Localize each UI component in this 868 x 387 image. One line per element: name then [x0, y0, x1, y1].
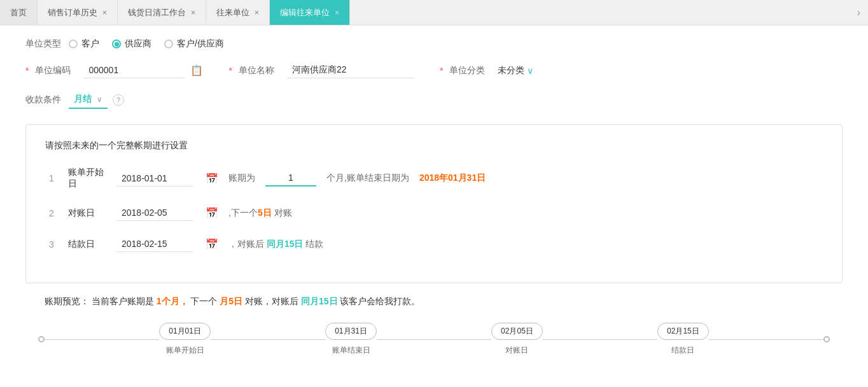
unit-category-group: * 单位分类 未分类 ∨: [440, 65, 533, 76]
fields-row: * 单位编码 📋 * 单位名称 * 单位分类 未分类 ∨: [25, 62, 843, 78]
period-desc-row3: ，对账后 同月15日 结款: [228, 239, 323, 250]
period-row-1: 1 账单开始日 📅 账期为 个月,账单结束日期为 2018年01月31日: [45, 167, 823, 190]
timeline-label-1: 账单开始日: [166, 345, 204, 356]
unit-name-group: * 单位名称: [228, 62, 414, 78]
close-sales-history-tab[interactable]: ×: [102, 8, 107, 17]
period-date-input-1[interactable]: [116, 171, 193, 186]
timeline-pill-4: 02月15日: [657, 323, 709, 340]
period-label-2: 对账日: [68, 208, 106, 219]
unit-category-label: 单位分类: [449, 65, 485, 76]
preview-text-1: 当前客户账期是: [92, 296, 154, 306]
payment-terms-arrow-icon: ∨: [97, 95, 102, 104]
calendar-icon-1[interactable]: 📅: [206, 172, 218, 185]
timeline-node-4: 02月15日 结款日: [657, 323, 709, 356]
timeline-line-3: [377, 339, 491, 340]
tab-bar: 首页 销售订单历史 × 钱货日清工作台 × 往来单位 × 编辑往来单位 × ›: [0, 0, 868, 25]
tab-sales-history[interactable]: 销售订单历史 ×: [38, 0, 118, 25]
highlight-day-2: 5日: [258, 208, 272, 218]
preview-highlight-1: 1个月，: [157, 296, 188, 306]
preview-highlight-3: 同月15日: [301, 296, 338, 306]
unit-category-value: 未分类: [498, 65, 524, 76]
unit-name-required-star: *: [228, 66, 232, 76]
period-row-2: 2 对账日 📅 ,下一个5日 对账: [45, 205, 823, 221]
timeline-line-5: [709, 339, 823, 340]
timeline-label-3: 对账日: [505, 345, 528, 356]
timeline-line-1: [45, 339, 159, 340]
period-num-2: 2: [45, 208, 58, 218]
period-month-input[interactable]: [265, 170, 316, 186]
calendar-icon-3[interactable]: 📅: [206, 238, 218, 250]
close-counterparty-tab[interactable]: ×: [255, 8, 259, 17]
unit-name-input[interactable]: [287, 62, 414, 78]
timeline-pill-3: 02月05日: [491, 323, 543, 340]
timeline-node-2: 01月31日 账单结束日: [325, 323, 377, 356]
radio-circle-both: [164, 39, 173, 48]
copy-icon[interactable]: 📋: [190, 64, 203, 76]
help-icon[interactable]: ?: [113, 94, 124, 106]
radio-circle-supplier: [112, 39, 121, 48]
preview-text-4: 该客户会给我打款。: [340, 296, 420, 306]
timeline-section: 01月01日 账单开始日 01月31日 账单结束日 02月05日 对账日: [25, 323, 843, 379]
unit-code-group: * 单位编码 📋: [25, 62, 203, 78]
unit-code-label: 单位编码: [35, 65, 71, 76]
period-settings-title: 请按照未来的一个完整帐期进行设置: [45, 140, 823, 151]
tab-scroll-arrow[interactable]: ›: [850, 7, 868, 18]
timeline-label-2: 账单结束日: [332, 345, 370, 356]
preview-highlight-2: 月5日: [220, 296, 242, 306]
payment-terms-value: 月结: [74, 94, 92, 105]
period-num-1: 1: [45, 173, 58, 183]
timeline-pill-2: 01月31日: [325, 323, 377, 340]
payment-terms-row: 收款条件 月结 ∨ ?: [25, 91, 843, 109]
unit-code-required-star: *: [25, 66, 29, 76]
tab-counterparty[interactable]: 往来单位 ×: [206, 0, 270, 25]
payment-terms-select[interactable]: 月结 ∨: [69, 91, 108, 109]
main-content: 单位类型 客户 供应商 客户/供应商 * 单位编码 📋 * 单位名称: [0, 25, 868, 387]
timeline-label-4: 结款日: [671, 345, 694, 356]
period-highlight-date-1: 2018年01月31日: [419, 172, 486, 184]
timeline-node-3: 02月05日 对账日: [491, 323, 543, 356]
preview-label: 账期预览：: [45, 296, 89, 306]
radio-circle-customer: [69, 39, 78, 48]
tab-home[interactable]: 首页: [0, 0, 38, 25]
period-desc-suffix-1: 个月,账单结束日期为: [326, 172, 409, 184]
unit-type-label: 单位类型: [25, 38, 61, 50]
timeline-pill-1: 01月01日: [159, 323, 211, 340]
tab-edit-counterparty[interactable]: 编辑往来单位 ×: [270, 0, 350, 25]
highlight-day-3: 同月15日: [267, 239, 304, 249]
preview-text-2: 下一个: [190, 296, 217, 306]
unit-code-input[interactable]: [83, 62, 185, 78]
unit-category-dropdown[interactable]: 未分类 ∨: [498, 65, 533, 76]
dropdown-arrow-icon: ∨: [527, 66, 533, 76]
timeline-end-dot: [823, 336, 830, 342]
close-edit-counterparty-tab[interactable]: ×: [335, 8, 339, 17]
period-date-input-3[interactable]: [116, 236, 193, 252]
period-row-3: 3 结款日 📅 ，对账后 同月15日 结款: [45, 236, 823, 252]
radio-both[interactable]: 客户/供应商: [164, 38, 224, 50]
radio-customer[interactable]: 客户: [69, 38, 99, 50]
period-desc-row2: ,下一个5日 对账: [228, 208, 292, 219]
radio-supplier[interactable]: 供应商: [112, 38, 151, 50]
calendar-icon-2[interactable]: 📅: [206, 207, 218, 219]
timeline-start-dot: [38, 336, 45, 342]
close-cash-work-tab[interactable]: ×: [191, 8, 195, 17]
unit-name-label: 单位名称: [239, 65, 274, 76]
period-num-3: 3: [45, 239, 58, 250]
preview-text-3: 对账，对账后: [245, 296, 298, 306]
period-date-input-2[interactable]: [116, 205, 193, 221]
period-label-1: 账单开始日: [68, 167, 106, 190]
preview-section: 账期预览： 当前客户账期是 1个月， 下一个 月5日 对账，对账后 同月15日 …: [25, 296, 843, 307]
period-desc-prefix-1: 账期为: [228, 172, 255, 184]
timeline-line-2: [211, 339, 325, 340]
timeline-node-1: 01月01日 账单开始日: [159, 323, 211, 356]
tab-cash-work[interactable]: 钱货日清工作台 ×: [118, 0, 206, 25]
timeline-line-4: [543, 339, 657, 340]
unit-category-required-star: *: [440, 66, 443, 76]
unit-type-radio-group: 客户 供应商 客户/供应商: [69, 38, 224, 50]
payment-terms-label: 收款条件: [25, 94, 61, 106]
period-label-3: 结款日: [68, 239, 106, 250]
period-settings-box: 请按照未来的一个完整帐期进行设置 1 账单开始日 📅 账期为 个月,账单结束日期…: [25, 124, 843, 283]
unit-type-row: 单位类型 客户 供应商 客户/供应商: [25, 38, 843, 50]
